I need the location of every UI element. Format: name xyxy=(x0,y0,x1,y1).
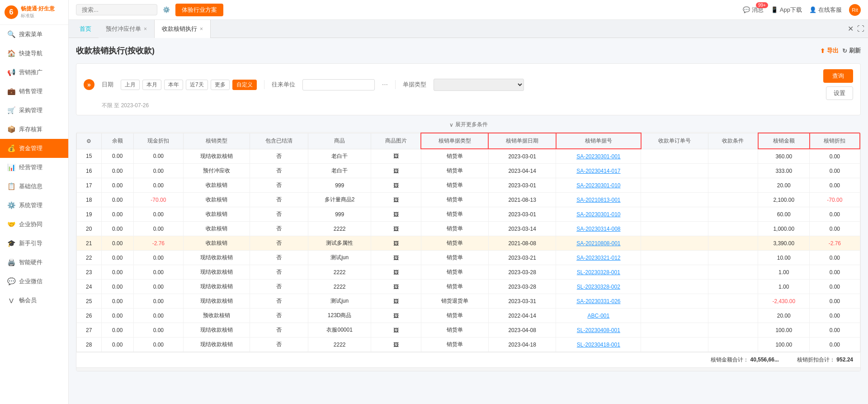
date-btn-本年[interactable]: 本年 xyxy=(164,80,183,90)
date-btn-本月[interactable]: 本月 xyxy=(142,80,161,90)
td-id: 27 xyxy=(77,323,102,337)
td-write_off_discount: -2.76 xyxy=(810,236,860,251)
td-balance: 0.00 xyxy=(101,294,133,309)
td-include_cleared: 否 xyxy=(250,178,308,193)
sidebar-item-operation[interactable]: 📊 经营管理 xyxy=(0,158,68,177)
td-write_off_no[interactable]: ABC-001 xyxy=(556,309,641,323)
sidebar-item-wechat[interactable]: 💬 企业微信 xyxy=(0,272,68,291)
data-table: ⚙余额现金折扣核销类型包含已结清商品商品图片核销单据类型核销单据日期核销单据号收… xyxy=(76,133,860,352)
td-type: 现结收款核销 xyxy=(183,337,250,352)
sidebar-item-collab[interactable]: 🤝 企业协同 xyxy=(0,215,68,234)
tab-home[interactable]: 首页 xyxy=(72,20,99,38)
td-write_off_type: 销货单 xyxy=(421,222,488,236)
td-write_off_no[interactable]: SL-20230328-002 xyxy=(556,280,641,294)
from-unit-input[interactable] xyxy=(302,79,375,90)
sidebar-item-search[interactable]: 🔍 搜索菜单 xyxy=(0,25,68,44)
query-button[interactable]: 查询 xyxy=(823,69,853,83)
td-write_off_no[interactable]: SA-20230321-012 xyxy=(556,251,641,265)
td-cash_discount: 0.00 xyxy=(134,337,184,352)
date-label: 日期 xyxy=(102,81,113,89)
sidebar-item-purchase[interactable]: 🛒 采购管理 xyxy=(0,101,68,120)
tab-close-window-btn[interactable]: ✕ xyxy=(848,24,854,33)
settings-gear-icon[interactable]: ⚙️ xyxy=(163,6,170,13)
td-write_off_no[interactable]: SA-20230301-010 xyxy=(556,178,641,193)
td-write_off_no[interactable]: SA-20210813-001 xyxy=(556,193,641,207)
sidebar-item-guide[interactable]: 🎓 新手引导 xyxy=(0,234,68,253)
td-write_off_amount: 1.00 xyxy=(758,265,810,280)
sidebar-item-member[interactable]: V 畅会员 xyxy=(0,291,68,310)
user-avatar[interactable]: Rit xyxy=(849,4,861,16)
td-type: 预收款核销 xyxy=(183,309,250,323)
td-include_cleared: 否 xyxy=(250,164,308,178)
td-write_off_amount: 3,390.00 xyxy=(758,236,810,251)
td-id: 18 xyxy=(77,193,102,207)
from-unit-more-icon[interactable]: ··· xyxy=(382,81,388,89)
expand-icon: ∨ xyxy=(449,122,453,128)
filter-expand-arrow[interactable]: » xyxy=(84,79,94,90)
date-btn-上月[interactable]: 上月 xyxy=(121,80,140,90)
td-write_off_no[interactable]: SL-20230408-001 xyxy=(556,323,641,337)
td-write_off_date: 2021-08-08 xyxy=(488,236,556,251)
td-write_off_no[interactable]: SA-20230314-008 xyxy=(556,222,641,236)
sidebar-item-inventory[interactable]: 📦 库存核算 xyxy=(0,120,68,139)
td-goods_img: 🖼 xyxy=(371,222,421,236)
sidebar-label-operation: 经营管理 xyxy=(19,163,42,171)
export-button[interactable]: ⬆ 导出 xyxy=(820,47,839,55)
tab-prepay-close[interactable]: × xyxy=(144,26,147,32)
sidebar-item-system[interactable]: ⚙️ 系统管理 xyxy=(0,196,68,215)
settings-button[interactable]: 设置 xyxy=(826,86,853,100)
logo-name: 畅捷通·好生意 xyxy=(21,5,55,13)
td-write_off_no[interactable]: SL-20230328-001 xyxy=(556,265,641,280)
td-receipt_cond xyxy=(708,294,758,309)
td-receipt_cond xyxy=(708,207,758,222)
sidebar-item-marketing[interactable]: 📢 营销推广 xyxy=(0,63,68,82)
solution-button[interactable]: 体验行业方案 xyxy=(175,4,223,16)
tab-writeoff[interactable]: 收款核销执行 × xyxy=(155,20,211,38)
receipt-type-select[interactable] xyxy=(434,79,524,91)
td-receipt_cond xyxy=(708,222,758,236)
sidebar-item-hardware[interactable]: 🖨️ 智能硬件 xyxy=(0,253,68,272)
topbar-search-input[interactable] xyxy=(76,4,157,15)
sidebar-label-sales: 销售管理 xyxy=(19,87,42,95)
td-cash_discount: 0.00 xyxy=(134,207,184,222)
tab-fullscreen-btn[interactable]: ⛶ xyxy=(857,25,864,33)
td-cash_discount: 0.00 xyxy=(134,309,184,323)
th-receipt_order_no: 收款单订单号 xyxy=(641,133,708,149)
sidebar-item-quicknav[interactable]: 🏠 快捷导航 xyxy=(0,44,68,63)
td-write_off_no[interactable]: SA-20230301-010 xyxy=(556,207,641,222)
td-include_cleared: 否 xyxy=(250,251,308,265)
td-write_off_no[interactable]: SL-20230418-001 xyxy=(556,337,641,352)
refresh-button[interactable]: ↻ 刷新 xyxy=(842,47,861,55)
date-btn-近7天[interactable]: 近7天 xyxy=(186,80,208,90)
td-type: 现结收款核销 xyxy=(183,280,250,294)
td-cash_discount: 0.00 xyxy=(134,164,184,178)
td-write_off_date: 2023-04-14 xyxy=(488,164,556,178)
online-service-btn[interactable]: 👤 在线客服 xyxy=(809,6,842,14)
td-type: 现结收款核销 xyxy=(183,294,250,309)
sidebar-item-sales[interactable]: 💼 销售管理 xyxy=(0,82,68,101)
tab-writeoff-close[interactable]: × xyxy=(200,26,203,32)
td-write_off_no[interactable]: SA-20230414-017 xyxy=(556,164,641,178)
td-write_off_no[interactable]: SA-20210808-001 xyxy=(556,236,641,251)
td-write_off_type: 销货单 xyxy=(421,337,488,352)
td-write_off_no[interactable]: SA-20230331-026 xyxy=(556,294,641,309)
td-include_cleared: 否 xyxy=(250,207,308,222)
td-goods: 老白干 xyxy=(308,164,371,178)
date-btn-更多[interactable]: 更多 xyxy=(211,80,230,90)
td-cash_discount: 0.00 xyxy=(134,251,184,265)
td-write_off_no[interactable]: SA-20230301-001 xyxy=(556,149,641,164)
sidebar-item-basic[interactable]: 📋 基础信息 xyxy=(0,177,68,196)
quicknav-icon: 🏠 xyxy=(7,49,15,57)
th-goods_img: 商品图片 xyxy=(371,133,421,149)
td-goods_img: 🖼 xyxy=(371,323,421,337)
footer-amount-label: 核销金额合计： xyxy=(711,356,749,363)
tab-prepay[interactable]: 预付冲应付单 × xyxy=(99,20,155,38)
sidebar-item-finance[interactable]: 💰 资金管理 xyxy=(0,139,68,158)
th-type: 核销类型 xyxy=(183,133,250,149)
app-download-btn[interactable]: 📱 App下载 xyxy=(771,6,802,14)
date-btn-custom[interactable]: 自定义 xyxy=(232,80,257,90)
expand-more-btn[interactable]: ∨ 展开更多条件 xyxy=(76,121,861,128)
td-receipt_order_no xyxy=(641,222,708,236)
td-include_cleared: 否 xyxy=(250,323,308,337)
message-btn[interactable]: 💬 消息 99+ xyxy=(743,6,764,14)
